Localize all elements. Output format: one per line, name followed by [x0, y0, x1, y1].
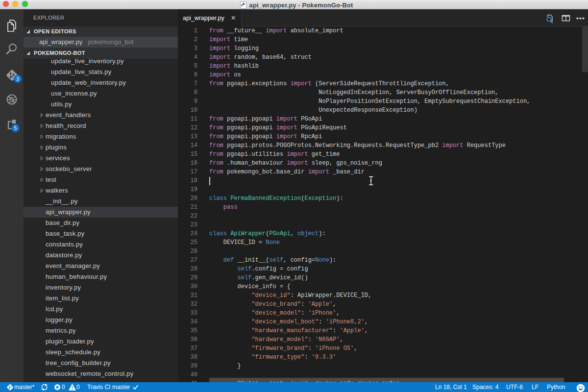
svg-text:5: 5 [14, 125, 17, 131]
svg-text:3: 3 [16, 76, 19, 82]
